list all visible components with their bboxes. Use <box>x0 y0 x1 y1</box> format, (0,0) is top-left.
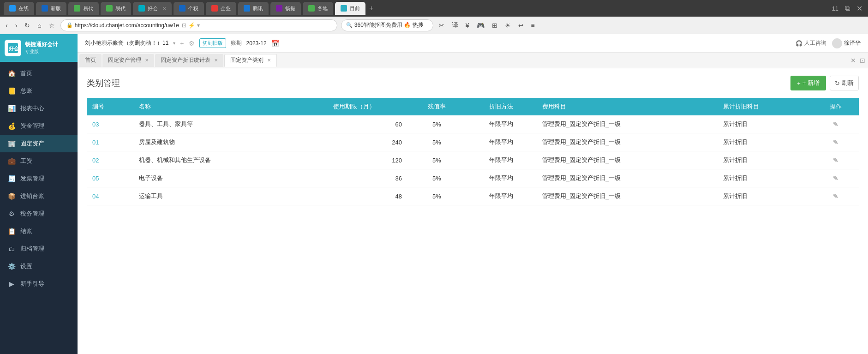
sidebar-item-fund[interactable]: 💰 资金管理 <box>0 117 78 135</box>
browser-tab-close-haohui[interactable]: ✕ <box>162 6 166 11</box>
code-link-4[interactable]: 04 <box>92 193 99 200</box>
grid-icon[interactable]: ⊞ <box>490 21 499 30</box>
cell-code-3: 05 <box>87 169 133 187</box>
home-icon: 🏠 <box>7 69 16 78</box>
version-toggle-button[interactable]: 切到旧版 <box>199 38 226 48</box>
support-button[interactable]: 🎧 人工咨询 <box>796 39 826 47</box>
page-tab-fixed-assets-management[interactable]: 固定资产管理 ✕ <box>102 54 154 67</box>
edit-button-0[interactable]: ✎ <box>833 120 838 128</box>
forward-button[interactable]: › <box>13 21 19 30</box>
cell-name-0: 器具、工具、家具等 <box>133 115 301 133</box>
browser-tab-geshui[interactable]: 个税 <box>174 2 204 15</box>
currency-icon[interactable]: ¥ <box>464 21 471 30</box>
sidebar-item-tax[interactable]: ⚙ 税务管理 <box>0 205 78 222</box>
back-button[interactable]: ‹ <box>4 21 10 30</box>
browser-tab-yidai1[interactable]: 易代 <box>68 2 99 15</box>
cell-period-1: 240 <box>300 133 407 151</box>
table-header-row: 编号 名称 使用期限（月） 残值率 折旧方法 费用科目 累计折旧科目 操作 <box>87 98 859 115</box>
new-tab-button[interactable]: + <box>367 4 375 12</box>
topbar-left: 刘小艳演示账套（勿删勿动！）11 ▾ + ⚙ 切到旧版 账期 2023-12 📅 <box>85 38 279 48</box>
sidebar-item-invoice[interactable]: 🧾 发票管理 <box>0 170 78 187</box>
code-link-0[interactable]: 03 <box>92 121 99 128</box>
cell-name-3: 电子设备 <box>133 169 301 187</box>
browser-tab-online[interactable]: 在线 <box>4 2 34 15</box>
undo-icon[interactable]: ↩ <box>516 21 526 30</box>
col-method: 折旧方法 <box>466 98 537 115</box>
page-tab-depreciation-table[interactable]: 固定资产折旧统计表 ✕ <box>155 54 223 67</box>
browser-tab-enterprise[interactable]: 企业 <box>206 2 236 15</box>
browser-tab-gedi[interactable]: 各地 <box>303 2 333 15</box>
code-link-1[interactable]: 01 <box>92 139 99 146</box>
purchase-sales-icon: 📦 <box>7 192 16 200</box>
company-settings-button[interactable]: ⚙ <box>189 40 195 47</box>
page-tab-close-management[interactable]: ✕ <box>145 58 149 63</box>
company-name: 刘小艳演示账套（勿删勿动！）11 <box>85 39 168 47</box>
sidebar: 好会 畅捷通好会计 专业版 🏠 首页 📒 总账 📊 报表中心 💰 资金管 <box>0 34 78 354</box>
reload-button[interactable]: ↻ <box>23 21 32 30</box>
browser-tab-changti[interactable]: 畅提 <box>270 2 301 15</box>
col-residual: 残值率 <box>407 98 466 115</box>
page-tab-home[interactable]: 首页 <box>79 54 102 67</box>
company-dropdown-arrow[interactable]: ▾ <box>173 41 175 46</box>
main-area: 刘小艳演示账套（勿删勿动！）11 ▾ + ⚙ 切到旧版 账期 2023-12 📅… <box>78 34 868 354</box>
home-button[interactable]: ⌂ <box>36 21 43 30</box>
theme-icon[interactable]: ☀ <box>503 21 513 30</box>
add-company-button[interactable]: + <box>180 40 184 47</box>
browser-minimize[interactable]: 11 <box>830 5 840 12</box>
sidebar-item-home[interactable]: 🏠 首页 <box>0 65 78 82</box>
game-icon[interactable]: 🎮 <box>475 21 486 30</box>
cell-method-4: 年限平均 <box>466 187 537 205</box>
cell-action-4: ✎ <box>812 187 859 205</box>
col-accumulated: 累计折旧科目 <box>718 98 812 115</box>
sidebar-item-ledger[interactable]: 📒 总账 <box>0 82 78 100</box>
cell-name-1: 房屋及建筑物 <box>133 133 301 151</box>
cell-expense-0: 管理费用_固定资产折旧_一级 <box>537 115 718 133</box>
sidebar-item-guide[interactable]: ▶ 新手引导 <box>0 275 78 293</box>
tab-close-all-button[interactable]: ✕ <box>850 56 857 65</box>
sidebar-item-settings[interactable]: ⚙️ 设置 <box>0 258 78 275</box>
browser-restore[interactable]: ⧉ <box>843 4 852 12</box>
cell-action-2: ✎ <box>812 151 859 169</box>
browser-tab-haohui[interactable]: 好会 ✕ <box>133 2 172 15</box>
page-tab-close-category[interactable]: ✕ <box>267 58 271 63</box>
edit-button-3[interactable]: ✎ <box>833 174 838 182</box>
sidebar-item-checkout[interactable]: 📋 结账 <box>0 222 78 240</box>
address-bar[interactable]: 🔒 https://cloud.chanjet.com/accounting/u… <box>60 19 337 31</box>
browser-tab-muqian[interactable]: 目前 <box>335 2 365 15</box>
archive-icon: 🗂 <box>7 245 16 253</box>
edit-button-4[interactable]: ✎ <box>833 192 838 200</box>
sidebar-item-archive[interactable]: 🗂 归档管理 <box>0 240 78 258</box>
browser-tab-tencent[interactable]: 腾讯 <box>238 2 269 15</box>
sidebar-item-purchase-sales[interactable]: 📦 进销台账 <box>0 187 78 205</box>
code-link-2[interactable]: 02 <box>92 157 99 164</box>
table-row: 04 运输工具 48 5% 年限平均 管理费用_固定资产折旧_一级 累计折旧 ✎ <box>87 187 859 205</box>
bookmark-button[interactable]: ☆ <box>47 21 57 30</box>
edit-button-1[interactable]: ✎ <box>833 138 838 146</box>
sidebar-item-report[interactable]: 📊 报表中心 <box>0 100 78 117</box>
calendar-icon[interactable]: 📅 <box>271 40 279 47</box>
sidebar-menu: 🏠 首页 📒 总账 📊 报表中心 💰 资金管理 🏢 固定资产 💼 工资 <box>0 62 78 354</box>
cell-method-3: 年限平均 <box>466 169 537 187</box>
search-bar[interactable]: 🔍 360智能抠图免费用 🔥 热搜 <box>341 19 433 31</box>
translate-icon[interactable]: 译 <box>450 20 460 30</box>
page-tab-close-depreciation[interactable]: ✕ <box>214 58 218 63</box>
ledger-icon: 📒 <box>7 87 16 95</box>
settings-icon: ⚙️ <box>7 262 16 270</box>
edit-button-2[interactable]: ✎ <box>833 156 838 164</box>
browser-tab-yidai2[interactable]: 易代 <box>101 2 131 15</box>
page-tab-fixed-assets-category[interactable]: 固定资产类别 ✕ <box>224 54 277 67</box>
browser-tab-new[interactable]: 新版 <box>36 2 66 15</box>
table-row: 05 电子设备 36 5% 年限平均 管理费用_固定资产折旧_一级 累计折旧 ✎ <box>87 169 859 187</box>
headset-icon: 🎧 <box>796 40 802 47</box>
cut-icon[interactable]: ✂ <box>437 21 446 30</box>
menu-icon[interactable]: ≡ <box>529 21 537 30</box>
fund-icon: 💰 <box>7 122 16 130</box>
tab-maximize-button[interactable]: ⊡ <box>859 56 866 65</box>
sidebar-item-fixed-assets[interactable]: 🏢 固定资产 <box>0 135 78 152</box>
browser-close[interactable]: ✕ <box>855 4 864 13</box>
code-link-3[interactable]: 05 <box>92 175 99 182</box>
user-area[interactable]: 徐泽华 <box>832 38 861 48</box>
sidebar-item-salary[interactable]: 💼 工资 <box>0 152 78 170</box>
add-category-button[interactable]: + + 新增 <box>790 76 826 90</box>
refresh-button[interactable]: ↻ 刷新 <box>830 76 859 90</box>
